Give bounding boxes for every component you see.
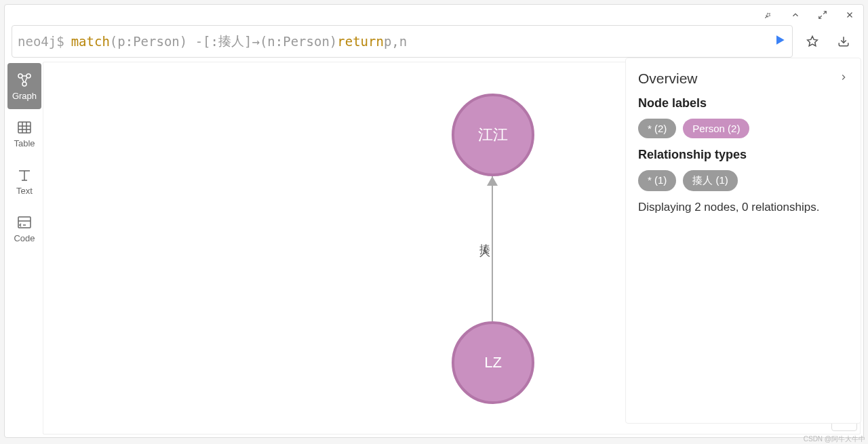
overview-panel: Overview Node labels * (2) Person (2) Re… [625,58,861,424]
svg-line-2 [819,16,822,18]
rel-type-pill[interactable]: 揍人 (1) [683,170,738,191]
svg-marker-6 [808,37,818,46]
collapse-icon[interactable] [790,9,801,20]
rel-all-pill[interactable]: * (1) [638,170,676,191]
pin-icon[interactable] [763,9,774,20]
overview-collapse-icon[interactable] [839,73,848,85]
view-tabs: Graph Table Text Code [7,62,43,435]
svg-line-11 [22,77,24,82]
svg-point-10 [22,82,26,86]
graph-node-2[interactable]: LZ [452,321,534,404]
svg-line-12 [25,77,27,82]
download-icon[interactable] [837,35,850,47]
graph-edge-arrow [487,176,498,186]
graph-node-1[interactable]: 江江 [452,94,534,176]
graph-edge [492,176,493,321]
display-status: Displaying 2 nodes, 0 relationships. [638,201,848,214]
node-labels-title: Node labels [638,96,848,110]
tab-table-label: Table [14,138,35,148]
favorite-icon[interactable] [806,35,818,47]
expand-icon[interactable] [817,9,828,20]
svg-rect-14 [18,122,31,133]
query-prompt: neo4j$ [18,34,64,49]
label-person-pill[interactable]: Person (2) [683,119,749,138]
overview-title: Overview [638,70,698,87]
tab-graph[interactable]: Graph [7,63,41,109]
svg-line-0 [765,16,768,18]
svg-line-1 [823,12,826,14]
tab-code[interactable]: Code [7,205,41,251]
tab-text-label: Text [16,186,33,196]
run-button[interactable] [773,33,787,49]
tab-table[interactable]: Table [7,110,41,157]
rel-types-title: Relationship types [638,148,848,162]
tab-text[interactable]: Text [7,158,41,204]
tab-code-label: Code [14,233,35,243]
graph-edge-label: 揍人 [477,235,492,241]
label-all-pill[interactable]: * (2) [638,119,676,138]
query-input[interactable]: neo4j$ match (p:Person) -[:揍人]→(n:Person… [12,25,793,58]
svg-marker-5 [776,35,785,44]
tab-graph-label: Graph [12,91,37,101]
close-icon[interactable] [844,9,855,20]
watermark: CSDN @阿牛大牛中 [804,435,865,444]
